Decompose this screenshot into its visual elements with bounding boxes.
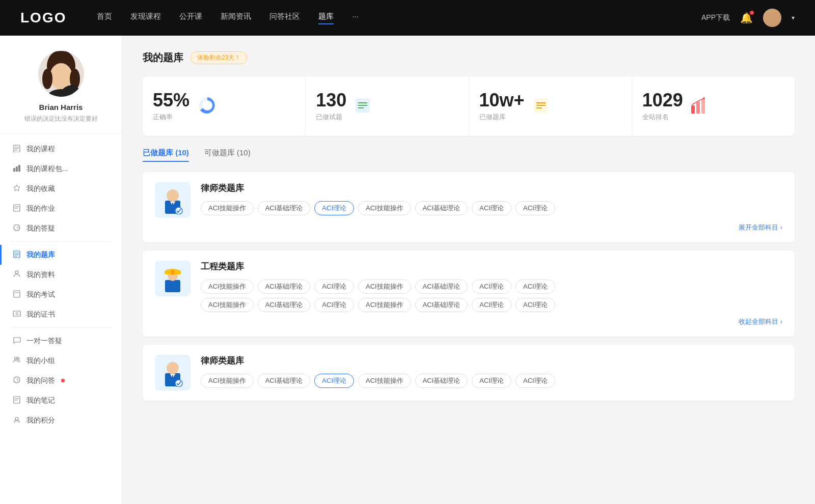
main-content: 我的题库 体验剩余23天！ 55% 正确率 (122, 36, 815, 504)
stats-row: 55% 正确率 130 已做试题 (143, 77, 795, 136)
bank-card-header: 律师类题库 ACI技能操作 ACI基础理论 ACI理论 ACI技能操作 ACI基… (155, 355, 782, 390)
bank-tag[interactable]: ACI技能操作 (358, 201, 411, 215)
sidebar-item-exam[interactable]: 我的考试 (0, 285, 122, 304)
bank-expand-button[interactable]: 展开全部科目 › (155, 223, 782, 232)
bank-tag[interactable]: ACI理论 (515, 298, 555, 312)
nav-qa[interactable]: 问答社区 (269, 12, 300, 24)
svg-point-30 (17, 357, 19, 359)
homework-icon (12, 204, 21, 213)
bank-tag[interactable]: ACI理论 (472, 298, 511, 312)
sidebar-item-label: 我的考试 (26, 290, 55, 299)
sidebar-item-profile[interactable]: 我的资料 (0, 265, 122, 285)
bank-tag[interactable]: ACI技能操作 (201, 279, 254, 294)
sidebar-item-notes[interactable]: 我的笔记 (0, 390, 122, 410)
stat-text: 55% 正确率 (153, 91, 189, 122)
bank-icon-wrap (155, 182, 191, 218)
app-download-button[interactable]: APP下载 (701, 13, 730, 22)
svg-rect-47 (691, 105, 695, 114)
sidebar-item-one-on-one[interactable]: 一对一答疑 (0, 331, 122, 351)
logo[interactable]: LOGO (20, 10, 66, 26)
bank-tag[interactable]: ACI基础理论 (415, 279, 468, 294)
bank-tag[interactable]: ACI基础理论 (415, 298, 468, 312)
sidebar-item-homework[interactable]: 我的作业 (0, 199, 122, 218)
nav-home[interactable]: 首页 (97, 12, 112, 24)
avatar-chevron-icon[interactable]: ▾ (792, 14, 795, 21)
tab-available-banks[interactable]: 可做题库 (10) (204, 148, 251, 162)
bank-tags: ACI技能操作 ACI基础理论 ACI理论 ACI技能操作 ACI基础理论 AC… (201, 374, 782, 388)
sidebar-item-certificate[interactable]: 我的证书 (0, 304, 122, 324)
bank-icon-wrap (155, 355, 191, 390)
svg-rect-56 (165, 280, 180, 292)
avatar[interactable] (763, 9, 781, 27)
svg-point-62 (167, 362, 179, 374)
bank-tag-active[interactable]: ACI理论 (314, 374, 354, 388)
sidebar-item-points[interactable]: 我的积分 (0, 410, 122, 430)
sidebar-item-my-qa[interactable]: ? 我的问答 (0, 371, 122, 390)
bank-tag[interactable]: ACI理论 (472, 201, 511, 215)
bank-tag[interactable]: ACI基础理论 (415, 374, 468, 388)
page-body: Brian Harris 错误的决定比没有决定要好 我的课程 我的课程包... … (0, 36, 815, 504)
nav-courses[interactable]: 发现课程 (130, 12, 161, 24)
sidebar-item-my-courses[interactable]: 我的课程 (0, 139, 122, 159)
done-questions-icon (354, 96, 372, 117)
sidebar-item-my-packages[interactable]: 我的课程包... (0, 159, 122, 179)
navbar: LOGO 首页 发现课程 公开课 新闻资讯 问答社区 题库 ··· APP下载 … (0, 0, 815, 36)
bank-tag[interactable]: ACI技能操作 (358, 279, 411, 294)
sidebar-divider-2 (10, 327, 112, 328)
nav-question-bank[interactable]: 题库 (318, 12, 334, 24)
tabs-row: 已做题库 (10) 可做题库 (10) (143, 148, 795, 162)
sidebar-item-label: 一对一答疑 (26, 337, 62, 346)
svg-rect-12 (16, 166, 18, 172)
bank-tag[interactable]: ACI基础理论 (258, 201, 311, 215)
notification-bell[interactable]: 🔔 (740, 12, 753, 24)
engineer-icon (160, 265, 185, 293)
svg-point-50 (703, 97, 705, 99)
bank-name: 工程类题库 (201, 261, 782, 272)
nav-open-course[interactable]: 公开课 (179, 12, 202, 24)
favorites-icon (12, 184, 21, 193)
sidebar-item-favorites[interactable]: 我的收藏 (0, 179, 122, 199)
bank-tag[interactable]: ACI基础理论 (258, 374, 311, 388)
bank-tag[interactable]: ACI理论 (472, 279, 511, 294)
bank-tag[interactable]: ACI基础理论 (258, 298, 311, 312)
stat-done-banks: 10w+ 已做题库 (469, 77, 632, 136)
bank-tag[interactable]: ACI基础理论 (415, 201, 468, 215)
qa-notification-dot (61, 379, 65, 382)
avatar-image (763, 9, 781, 27)
group-icon (12, 356, 21, 366)
sidebar-item-question-bank[interactable]: 我的题库 (0, 245, 122, 265)
bank-tag[interactable]: ACI技能操作 (201, 374, 254, 388)
sidebar-item-label: 我的作业 (26, 204, 55, 213)
bank-tag[interactable]: ACI技能操作 (201, 201, 254, 215)
bank-info: 律师类题库 ACI技能操作 ACI基础理论 ACI理论 ACI技能操作 ACI基… (201, 182, 782, 215)
stat-label: 全站排名 (642, 113, 683, 122)
stat-value: 1029 (642, 91, 683, 109)
bank-tag-active[interactable]: ACI理论 (314, 201, 354, 215)
ask-icon: ? (12, 223, 21, 233)
bank-tag[interactable]: ACI理论 (314, 298, 354, 312)
tab-done-banks[interactable]: 已做题库 (10) (143, 148, 189, 162)
sidebar-item-ask[interactable]: ? 我的答疑 (0, 218, 122, 238)
bank-tag[interactable]: ACI技能操作 (358, 298, 411, 312)
svg-marker-14 (14, 185, 20, 191)
bank-tag[interactable]: ACI技能操作 (201, 298, 254, 312)
svg-text:?: ? (16, 226, 19, 231)
bank-card-lawyer-2: 律师类题库 ACI技能操作 ACI基础理论 ACI理论 ACI技能操作 ACI基… (143, 345, 795, 401)
bank-tag[interactable]: ACI理论 (314, 279, 354, 294)
nav-menu: 首页 发现课程 公开课 新闻资讯 问答社区 题库 ··· (97, 12, 701, 24)
bank-tag[interactable]: ACI理论 (515, 374, 555, 388)
stat-done-questions: 130 已做试题 (306, 77, 469, 136)
bank-tag[interactable]: ACI技能操作 (358, 374, 411, 388)
sidebar-item-group[interactable]: 我的小组 (0, 351, 122, 371)
certificate-icon (12, 310, 21, 319)
bank-tag[interactable]: ACI基础理论 (258, 279, 311, 294)
nav-news[interactable]: 新闻资讯 (221, 12, 251, 24)
bank-tag[interactable]: ACI理论 (472, 374, 511, 388)
page-title: 我的题库 (143, 51, 183, 65)
sidebar-avatar (38, 51, 84, 97)
navbar-right: APP下载 🔔 ▾ (701, 9, 795, 27)
nav-more[interactable]: ··· (352, 12, 359, 24)
bank-collapse-button[interactable]: 收起全部科目 › (155, 317, 782, 326)
bank-tag[interactable]: ACI理论 (515, 279, 555, 294)
bank-tag[interactable]: ACI理论 (515, 201, 555, 215)
